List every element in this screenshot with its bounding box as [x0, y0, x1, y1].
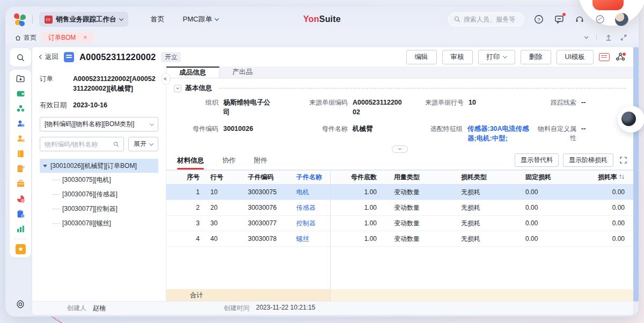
- audit-button[interactable]: 审核: [442, 50, 473, 64]
- tree-node-child[interactable]: [30030078][螺丝]: [40, 216, 158, 231]
- subtab-collaboration[interactable]: 协作: [219, 156, 239, 170]
- nav-menu: 首页 PMC跟单: [151, 14, 219, 24]
- finance-red-icon[interactable]: [16, 194, 26, 204]
- order-label: 订单: [40, 74, 73, 93]
- section-collapse-icon[interactable]: [174, 85, 181, 92]
- global-search[interactable]: [448, 12, 524, 26]
- support-headset-icon[interactable]: [574, 13, 586, 25]
- panel-collapse-icon[interactable]: [162, 73, 170, 85]
- total-row-right: [330, 289, 633, 301]
- created-time-value: 2023-11-22 10:21:15: [256, 304, 316, 313]
- table-row[interactable]: 2 20 30030076 传感器 1.00 变动数量 无损耗 0.00 0.0…: [166, 200, 633, 216]
- print-button[interactable]: 打印: [478, 50, 515, 64]
- help-icon[interactable]: ?: [533, 13, 545, 25]
- ui-template-button[interactable]: UI模板: [557, 50, 594, 64]
- caret-down-icon[interactable]: [43, 165, 47, 167]
- share-up-icon[interactable]: [605, 34, 612, 41]
- briefcase-icon[interactable]: [16, 179, 26, 189]
- theme-skin-icon[interactable]: [594, 13, 606, 25]
- wallet-icon[interactable]: [16, 89, 26, 99]
- close-icon[interactable]: ×: [83, 34, 87, 41]
- back-button[interactable]: 返回: [40, 53, 58, 62]
- favorites-folder-icon[interactable]: [16, 74, 26, 84]
- material-search-input[interactable]: [45, 141, 111, 148]
- app-launcher-icon[interactable]: [14, 13, 26, 25]
- divider: [219, 88, 626, 89]
- divider: [32, 15, 33, 24]
- valid-date-label: 有效日期: [40, 100, 73, 110]
- tree-search-row: 展开: [40, 137, 158, 151]
- chevron-down-icon: [502, 54, 507, 58]
- notebook-icon[interactable]: [16, 149, 26, 159]
- star-app-icon[interactable]: [16, 244, 26, 254]
- child-name-link[interactable]: 控制器: [294, 219, 330, 228]
- child-name-link[interactable]: 传感器: [294, 203, 330, 212]
- basic-info-header: 基本信息: [174, 84, 626, 93]
- tree-node-child[interactable]: [30030075][电机]: [40, 173, 158, 187]
- doc-edit-icon[interactable]: [16, 164, 26, 174]
- tree-node-child[interactable]: [30030077][控制器]: [40, 202, 158, 216]
- tab-list-icon[interactable]: [585, 37, 588, 38]
- nav-item-pmc[interactable]: PMC跟单: [183, 14, 219, 24]
- tab-order-bom[interactable]: 订单BOM ×: [42, 32, 93, 43]
- nav-item-home[interactable]: 首页: [151, 14, 165, 24]
- table-row[interactable]: 1 10 30030075 电机 1.00 变动数量 无损耗 0.00 0.00: [166, 185, 633, 200]
- document-icon: [64, 52, 74, 62]
- status-badge: 开立: [161, 52, 181, 62]
- keyboard-shortcuts-icon[interactable]: [599, 53, 610, 61]
- sidebar-search-icon[interactable]: [10, 48, 31, 67]
- expand-tree-button[interactable]: 展开: [128, 137, 158, 151]
- fullscreen-icon[interactable]: [620, 34, 627, 41]
- edge-assistant-button[interactable]: [618, 106, 644, 133]
- tree-node-child[interactable]: [30030076][传感器]: [40, 187, 158, 202]
- chevron-down-icon: [215, 16, 219, 20]
- table-total-row: 合计: [166, 289, 633, 301]
- creator-field: 创建人 赵楠: [67, 304, 106, 313]
- tabbar-actions: [585, 32, 627, 43]
- grid-actions: 显示替代料 显示阶梯损耗: [515, 153, 627, 167]
- sort-filter-icon[interactable]: [619, 174, 625, 180]
- relations-icon[interactable]: [615, 52, 626, 62]
- clipboard-gear-icon[interactable]: [16, 209, 26, 219]
- subtab-material[interactable]: 材料信息: [174, 156, 207, 170]
- chevron-down-icon: [150, 121, 154, 126]
- person-orange-icon[interactable]: [16, 134, 26, 144]
- messages-icon[interactable]: [553, 13, 565, 25]
- basic-info-fields: 组织杨斯维特电子公司 来源单据编码A00052311220002 来源单据行号1…: [166, 97, 633, 143]
- settings-gear-icon[interactable]: [10, 299, 31, 309]
- table-row[interactable]: 4 40 30030078 螺丝 1.00 变动数量 无损耗 0.00 0.00: [166, 231, 633, 247]
- child-name-link[interactable]: 螺丝: [294, 234, 330, 244]
- show-step-loss-button[interactable]: 显示阶梯损耗: [563, 153, 613, 167]
- doc-statusbar: 创建人 赵楠 创建时间 2023-11-22 10:21:15: [32, 301, 633, 315]
- tab-output[interactable]: 产出品: [219, 67, 266, 78]
- material-search[interactable]: [40, 137, 124, 151]
- src-line-field: 来源单据行号10: [419, 98, 536, 117]
- table-row[interactable]: 3 30 30030077 控制器 1.00 变动数量 无损耗 0.00 0.0…: [166, 216, 633, 231]
- section-toggle-pill[interactable]: [392, 145, 408, 153]
- tree-node-root[interactable]: [30010026][机械臂][订单BOM]: [40, 159, 158, 173]
- global-search-input[interactable]: [464, 16, 517, 23]
- notification-dot: [623, 53, 626, 56]
- cluster-icon[interactable]: [16, 104, 26, 114]
- workspace-switcher[interactable]: 销售业务跟踪工作台: [39, 12, 128, 27]
- order-value: A00052311220002[A00052311220002][机械臂]: [73, 74, 158, 93]
- display-mode-select[interactable]: [物料编码][物料名称][BOM类别]: [40, 117, 158, 131]
- custom-attr-field: 物料自定义属性--: [536, 124, 626, 143]
- child-name-link[interactable]: 电机: [294, 188, 330, 197]
- top-navbar: 销售业务跟踪工作台 首页 PMC跟单 YonSuite ?: [5, 6, 639, 32]
- search-icon: [454, 16, 460, 23]
- edit-button[interactable]: 编辑: [406, 50, 437, 64]
- user-avatar[interactable]: [614, 12, 629, 27]
- doc-body: 订单 A00052311220002[A00052311220002][机械臂]…: [32, 67, 633, 301]
- tab-product-info[interactable]: 成品信息: [166, 67, 219, 78]
- bar-chart-icon[interactable]: [16, 224, 26, 234]
- app-window: 销售业务跟踪工作台 首页 PMC跟单 YonSuite ?: [5, 6, 639, 317]
- delete-button[interactable]: 删除: [521, 50, 551, 64]
- grid-fullscreen-icon[interactable]: [620, 157, 627, 164]
- subtab-attachments[interactable]: 附件: [251, 156, 270, 170]
- notification-dot: [562, 13, 566, 16]
- person-blue-icon[interactable]: [16, 119, 26, 129]
- show-substitutes-button[interactable]: 显示替代料: [515, 153, 559, 167]
- tab-home[interactable]: 首页: [15, 32, 42, 43]
- feature-link[interactable]: 传感器:30A电流传感器;电机:中型;: [467, 124, 536, 143]
